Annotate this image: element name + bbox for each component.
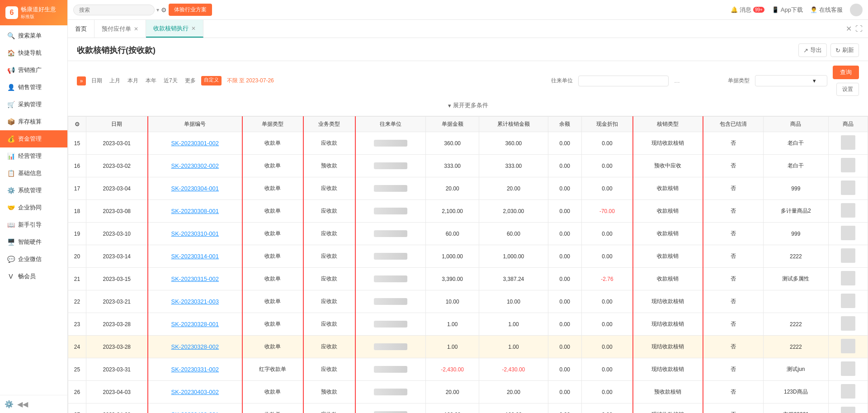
- app-download-button[interactable]: 📱 App下载: [772, 6, 803, 14]
- sidebar-item-purchase[interactable]: 🛒采购管理: [0, 96, 67, 113]
- sales-icon: 👤: [7, 84, 14, 91]
- table-container: ⚙ 日期 单据编号 单据类型 业务类型 往来单位 单据金额 累计核销金额 余额 …: [68, 116, 868, 413]
- cell-product-img: [828, 245, 868, 268]
- page-header-actions: ↗ 导出 ↻ 刷新: [798, 43, 859, 57]
- sidebar-item-member[interactable]: V畅会员: [0, 268, 67, 285]
- col-bill-type[interactable]: 单据类型: [242, 117, 303, 132]
- tab-collection-close[interactable]: ✕: [191, 25, 196, 32]
- col-product-img[interactable]: 商品: [828, 117, 868, 132]
- col-cash-discount[interactable]: 现金折扣: [581, 117, 633, 132]
- filter-custom[interactable]: 自定义: [201, 76, 222, 85]
- filter-this-year[interactable]: 本年: [144, 76, 158, 85]
- refresh-button[interactable]: ↻ 刷新: [830, 43, 859, 57]
- cell-cash-discount: -2.76: [581, 268, 633, 290]
- sidebar-item-system[interactable]: ⚙️系统管理: [0, 182, 67, 199]
- cell-product: 老白干: [763, 132, 828, 155]
- sidebar-item-sales[interactable]: 👤销售管理: [0, 79, 67, 96]
- cell-bill-no: SK-20230302-002: [148, 155, 242, 177]
- cell-partner: ████████: [355, 223, 426, 245]
- filter-more[interactable]: 更多: [183, 76, 198, 85]
- cell-biz-type: 应收款: [303, 200, 355, 223]
- export-button[interactable]: ↗ 导出: [798, 43, 827, 57]
- bill-no-link[interactable]: SK-20230314-001: [171, 253, 219, 260]
- sidebar-item-shortcut[interactable]: 🏠快捷导航: [0, 44, 67, 62]
- col-partner[interactable]: 往来单位: [355, 117, 426, 132]
- col-date[interactable]: 日期: [86, 117, 148, 132]
- bill-no-link[interactable]: SK-20230321-003: [171, 298, 219, 305]
- col-bill-amount[interactable]: 单据金额: [426, 117, 479, 132]
- col-bill-no[interactable]: 单据编号: [148, 117, 242, 132]
- tab-payable[interactable]: 预付应付单 ✕: [94, 20, 146, 38]
- filter-last-7[interactable]: 近7天: [162, 76, 179, 85]
- sidebar-item-wechat[interactable]: 💬企业微信: [0, 251, 67, 268]
- filter-date-range: 不限 至 2023-07-26: [227, 77, 274, 85]
- col-gear[interactable]: ⚙: [68, 117, 86, 132]
- sidebar-item-corp[interactable]: 🤝企业协同: [0, 199, 67, 216]
- sidebar-item-operation[interactable]: 📊经营管理: [0, 147, 67, 165]
- table-row: 27 2023-04-08 SK-20230408-001 收款单 应收款 ██…: [68, 404, 868, 413]
- filter-this-month[interactable]: 本月: [126, 76, 140, 85]
- filter-receipt-type-select[interactable]: ▾: [755, 75, 827, 86]
- cell-write-off-type: 现结收款核销: [633, 132, 703, 155]
- query-button[interactable]: 查询: [833, 66, 859, 79]
- tab-payable-close[interactable]: ✕: [134, 26, 138, 32]
- cell-cash-discount: 0.00: [581, 404, 633, 413]
- bill-no-link[interactable]: SK-20230304-001: [171, 185, 219, 192]
- topbar-chevron-icon[interactable]: ▾: [156, 7, 159, 13]
- bill-no-link[interactable]: SK-20230403-002: [171, 389, 219, 395]
- topbar-search-input[interactable]: [73, 5, 155, 15]
- bill-no-link[interactable]: SK-20230328-002: [171, 343, 219, 350]
- tab-expand-icon[interactable]: ⛶: [855, 25, 863, 33]
- cell-biz-type: 应收款: [303, 268, 355, 290]
- sidebar-item-basic[interactable]: 📋基础信息: [0, 165, 67, 182]
- cell-product-img: [828, 313, 868, 336]
- sidebar-item-finance[interactable]: 💰资金管理: [0, 130, 67, 147]
- bill-no-link[interactable]: SK-20230408-001: [171, 411, 219, 413]
- bill-no-link[interactable]: SK-20230328-001: [171, 321, 219, 328]
- filter-partner-input[interactable]: [578, 76, 669, 86]
- col-biz-type[interactable]: 业务类型: [303, 117, 355, 132]
- sidebar-item-label: 搜索菜单: [18, 32, 42, 40]
- bill-no-link[interactable]: SK-20230315-002: [171, 275, 219, 282]
- tab-home[interactable]: 首页: [68, 20, 94, 38]
- filter-expand[interactable]: ▾ 展开更多条件: [77, 100, 859, 111]
- sidebar-item-search[interactable]: 🔍搜索菜单: [0, 27, 67, 44]
- col-product[interactable]: 商品: [763, 117, 828, 132]
- sidebar-item-guide[interactable]: 📖新手引导: [0, 216, 67, 233]
- tab-collection[interactable]: 收款核销执行 ✕: [146, 20, 203, 38]
- user-avatar[interactable]: [850, 4, 863, 16]
- cell-bill-type: 收款单: [242, 177, 303, 200]
- cell-bill-amount: 60.00: [426, 223, 479, 245]
- settings-icon[interactable]: ⚙️: [5, 400, 14, 408]
- online-support-button[interactable]: 👨‍💼 在线客服: [810, 6, 843, 14]
- cell-balance: 0.00: [548, 336, 581, 358]
- bill-no-link[interactable]: SK-20230331-002: [171, 366, 219, 373]
- cell-bill-type: 收款单: [242, 313, 303, 336]
- cell-product-img: [828, 358, 868, 381]
- col-write-off-type[interactable]: 核销类型: [633, 117, 703, 132]
- sidebar-item-inventory[interactable]: 📦库存核算: [0, 113, 67, 130]
- bill-no-link[interactable]: SK-20230310-001: [171, 230, 219, 237]
- filter-toggle-button[interactable]: »: [77, 76, 86, 85]
- cell-partner: ████████: [355, 268, 426, 290]
- solution-button[interactable]: 体验行业方案: [169, 4, 212, 16]
- sidebar-item-marketing[interactable]: 📢营销推广: [0, 62, 67, 79]
- topbar-gear-icon[interactable]: ⚙: [161, 6, 167, 14]
- collapse-icon[interactable]: ◀◀: [17, 400, 28, 408]
- bill-no-link[interactable]: SK-20230301-002: [171, 140, 219, 147]
- cell-product-img: [828, 132, 868, 155]
- settings-button[interactable]: 设置: [836, 83, 859, 96]
- tab-close-icon[interactable]: ✕: [846, 24, 852, 33]
- cell-bill-type: 收款单: [242, 290, 303, 313]
- col-include-settled[interactable]: 包含已结清: [703, 117, 764, 132]
- filter-last-month[interactable]: 上月: [108, 76, 122, 85]
- sidebar-item-hardware[interactable]: 🖥️智能硬件: [0, 233, 67, 251]
- wechat-icon: 💬: [7, 256, 14, 263]
- bill-no-link[interactable]: SK-20230308-001: [171, 208, 219, 214]
- messages-button[interactable]: 🔔 消息 99+: [731, 6, 764, 14]
- corp-icon: 🤝: [7, 204, 14, 211]
- bill-no-link[interactable]: SK-20230302-002: [171, 162, 219, 169]
- col-balance[interactable]: 余额: [548, 117, 581, 132]
- col-accum-amount[interactable]: 累计核销金额: [479, 117, 548, 132]
- cell-accum-amount: 1,000.00: [479, 245, 548, 268]
